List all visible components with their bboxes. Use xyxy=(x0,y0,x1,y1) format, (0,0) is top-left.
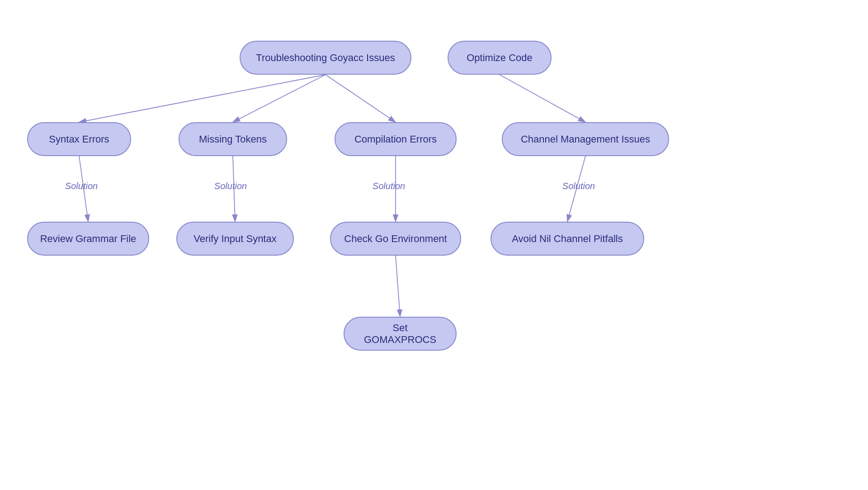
node-syntax-errors: Syntax Errors xyxy=(27,122,131,156)
diagram-container: Troubleshooting Goyacc Issues Optimize C… xyxy=(0,0,868,490)
node-missing-tokens: Missing Tokens xyxy=(179,122,287,156)
node-compilation-errors: Compilation Errors xyxy=(335,122,457,156)
node-set-gomaxprocs: Set GOMAXPROCS xyxy=(344,317,457,351)
solution-label-1: Solution xyxy=(54,181,108,191)
svg-line-2 xyxy=(233,75,326,122)
node-optimize: Optimize Code xyxy=(448,41,552,75)
svg-line-4 xyxy=(500,75,585,122)
svg-line-1 xyxy=(79,75,326,122)
node-review-grammar: Review Grammar File xyxy=(27,222,149,256)
node-avoid-nil: Avoid Nil Channel Pitfalls xyxy=(491,222,644,256)
solution-label-3: Solution xyxy=(362,181,416,191)
node-channel-mgmt: Channel Management Issues xyxy=(502,122,669,156)
svg-line-3 xyxy=(326,75,396,122)
node-verify-input: Verify Input Syntax xyxy=(176,222,294,256)
solution-label-4: Solution xyxy=(552,181,606,191)
node-troubleshooting: Troubleshooting Goyacc Issues xyxy=(240,41,411,75)
svg-line-9 xyxy=(396,256,400,317)
node-check-go-env: Check Go Environment xyxy=(330,222,461,256)
solution-label-2: Solution xyxy=(203,181,258,191)
